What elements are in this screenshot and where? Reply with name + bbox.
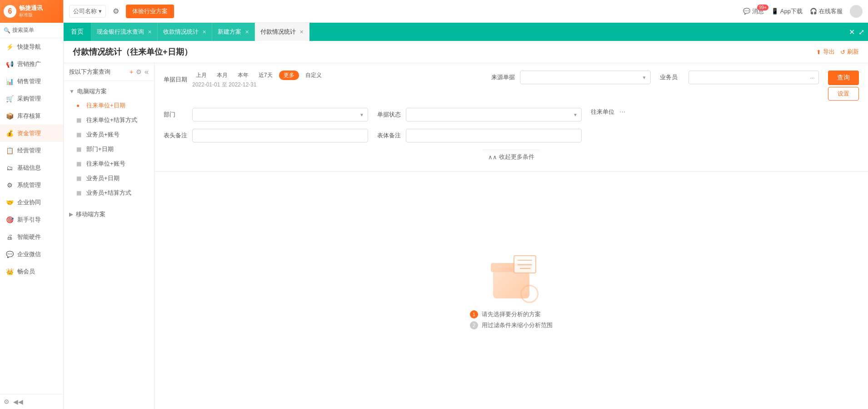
sidebar-item-capital[interactable]: 💰 资金管理 bbox=[0, 125, 63, 142]
panel-toolbar-label: 按以下方案查询 bbox=[69, 68, 110, 76]
sidebar-item-wechat[interactable]: 💬 企业微信 bbox=[0, 246, 63, 263]
export-btn[interactable]: ⬆ 导出 bbox=[816, 48, 835, 56]
capital-icon: 💰 bbox=[5, 129, 14, 137]
dept-select[interactable]: ▼ bbox=[192, 108, 368, 121]
scheme-label: 往来单位+结算方式 bbox=[86, 116, 137, 124]
scheme-item-unit-date[interactable]: ● 往来单位+日期 bbox=[64, 98, 154, 113]
tab-bank-flow[interactable]: 现金银行流水查询 ✕ bbox=[91, 23, 158, 41]
chevron-down-icon: ▾ bbox=[99, 8, 102, 15]
export-label: 导出 bbox=[823, 48, 835, 56]
tab-new-plan[interactable]: 新建方案 ✕ bbox=[212, 23, 255, 41]
search-icon: 🔍 bbox=[4, 27, 10, 34]
empty-step-1-row: 1 请先选择要分析的方案 bbox=[470, 310, 553, 318]
pc-group-header[interactable]: ▼ 电脑端方案 bbox=[64, 85, 154, 98]
scheme-item-staff-date[interactable]: ▦ 业务员+日期 bbox=[64, 171, 154, 186]
scheme-label: 业务员+账号 bbox=[86, 131, 120, 139]
header-settings-btn[interactable]: ⚙ bbox=[110, 5, 122, 18]
filter-dept-item: 部门 ▼ bbox=[164, 108, 368, 121]
head-notes-input[interactable] bbox=[192, 129, 368, 142]
mobile-group-header[interactable]: ▶ 移动端方案 bbox=[64, 207, 154, 221]
ellipsis-icon: ··· bbox=[810, 74, 815, 81]
online-service-btn[interactable]: 🎧 在线客服 bbox=[810, 7, 843, 15]
source-label: 来源单据 bbox=[491, 73, 516, 81]
scheme-item-staff-settle[interactable]: ▦ 业务员+结算方式 bbox=[64, 186, 154, 200]
guide-icon: 🎯 bbox=[5, 216, 14, 224]
message-btn[interactable]: 💬 消息 99+ bbox=[743, 7, 764, 15]
top-header: 公司名称 ▾ ⚙ 体验行业方案 💬 消息 99+ 📱 App下载 🎧 在线客服 bbox=[64, 0, 868, 23]
scheme-item-staff-account[interactable]: ▦ 业务员+账号 bbox=[64, 127, 154, 142]
company-selector[interactable]: 公司名称 ▾ bbox=[69, 5, 106, 18]
related-unit-ellipsis[interactable]: ··· bbox=[619, 108, 625, 116]
scheme-item-unit-account[interactable]: ▦ 往来单位+账号 bbox=[64, 157, 154, 171]
app-icon: 📱 bbox=[771, 8, 778, 15]
sidebar-item-label: 系统管理 bbox=[17, 181, 41, 189]
sidebar-item-inventory[interactable]: 📦 库存核算 bbox=[0, 107, 63, 125]
tab-close-icon[interactable]: ✕ bbox=[148, 29, 152, 35]
staff-select[interactable]: ··· bbox=[688, 71, 819, 84]
tab-expand-btn[interactable]: ⤢ bbox=[858, 28, 864, 36]
scheme-item-unit-settle[interactable]: ▦ 往来单位+结算方式 bbox=[64, 113, 154, 127]
collapse-sidebar-btn[interactable]: ◀◀ bbox=[13, 398, 23, 405]
voucher-status-select[interactable]: ▼ bbox=[406, 108, 582, 121]
app-download-label: App下载 bbox=[780, 7, 803, 15]
date-last-month-btn[interactable]: 上月 bbox=[192, 71, 210, 80]
scheme-label: 往来单位+账号 bbox=[86, 160, 125, 168]
sidebar-item-hardware[interactable]: 🖨 智能硬件 bbox=[0, 228, 63, 246]
sidebar-item-marketing[interactable]: 📢 营销推广 bbox=[0, 56, 63, 73]
sidebar-item-vip[interactable]: 👑 畅会员 bbox=[0, 263, 63, 280]
tab-close-icon[interactable]: ✕ bbox=[202, 29, 206, 35]
sidebar-item-guide[interactable]: 🎯 新手引导 bbox=[0, 211, 63, 228]
sidebar-header: 6 畅捷通讯 标准版 bbox=[0, 0, 63, 23]
step2-text: 用过滤条件来缩小分析范围 bbox=[482, 321, 553, 329]
body-notes-input[interactable] bbox=[406, 129, 582, 142]
sidebar-item-quick-nav[interactable]: ⚡ 快捷导航 bbox=[0, 38, 63, 56]
tab-receivable[interactable]: 收款情况统计 ✕ bbox=[158, 23, 212, 41]
sidebar-item-system[interactable]: ⚙ 系统管理 bbox=[0, 177, 63, 194]
sidebar: 6 畅捷通讯 标准版 🔍 搜索菜单 ⚡ 快捷导航 📢 营销推广 📊 销售管理 🛒… bbox=[0, 0, 64, 409]
source-select[interactable]: ▼ bbox=[520, 71, 651, 84]
date-more-btn[interactable]: 更多 bbox=[279, 71, 299, 80]
tab-close-icon[interactable]: ✕ bbox=[299, 29, 304, 35]
sidebar-item-operation[interactable]: 📋 经营管理 bbox=[0, 142, 63, 159]
collapse-btn[interactable]: ∧∧ 收起更多条件 bbox=[483, 150, 540, 164]
wechat-icon: 💬 bbox=[5, 250, 14, 258]
app-download-btn[interactable]: 📱 App下载 bbox=[771, 7, 803, 15]
collapse-arrow-icon: ∧∧ bbox=[488, 154, 497, 161]
scheme-group-pc: ▼ 电脑端方案 ● 往来单位+日期 ▦ 往来单位+结算方式 ▦ 业务员+账号 bbox=[64, 81, 154, 204]
filter-related-unit-item: 往来单位 ··· bbox=[591, 108, 795, 116]
date-range-text: 2022-01-01 至 2022-12-31 bbox=[192, 81, 325, 89]
filter-row-2: 部门 ▼ 单据状态 ▼ bbox=[164, 108, 859, 121]
refresh-btn[interactable]: ↺ 刷新 bbox=[840, 48, 859, 56]
tab-close-all-btn[interactable]: ✕ bbox=[849, 28, 855, 36]
sidebar-item-base-info[interactable]: 🗂 基础信息 bbox=[0, 159, 63, 177]
filter-dates: 上月 本月 本年 近7天 更多 自定义 bbox=[192, 71, 325, 80]
tab-home[interactable]: 首页 bbox=[64, 23, 91, 41]
query-button[interactable]: 查询 bbox=[828, 71, 859, 85]
scheme-item-dept-date[interactable]: ▦ 部门+日期 bbox=[64, 142, 154, 157]
user-avatar[interactable] bbox=[850, 5, 863, 18]
date-this-year-btn[interactable]: 本年 bbox=[234, 71, 252, 80]
add-scheme-btn[interactable]: + bbox=[130, 68, 133, 76]
staff-label: 业务员 bbox=[660, 73, 685, 81]
sidebar-item-purchase[interactable]: 🛒 采购管理 bbox=[0, 90, 63, 107]
date-this-month-btn[interactable]: 本月 bbox=[213, 71, 231, 80]
scheme-settings-btn[interactable]: ⚙ bbox=[136, 68, 142, 76]
logo-sub: 标准版 bbox=[19, 12, 43, 18]
sidebar-item-enterprise[interactable]: 🤝 企业协同 bbox=[0, 194, 63, 211]
trial-button[interactable]: 体验行业方案 bbox=[126, 5, 174, 18]
vip-icon: 👑 bbox=[5, 268, 14, 276]
sidebar-item-label: 资金管理 bbox=[17, 129, 41, 137]
message-badge: 99+ bbox=[757, 5, 768, 10]
settings-footer-btn[interactable]: ⚙ bbox=[4, 398, 10, 405]
panel-collapse-btn[interactable]: « bbox=[145, 68, 149, 76]
scheme-label: 往来单位+日期 bbox=[86, 101, 125, 110]
filter-settings-button[interactable]: 设置 bbox=[828, 87, 859, 101]
refresh-label: 刷新 bbox=[847, 48, 859, 56]
tab-close-icon[interactable]: ✕ bbox=[245, 29, 249, 35]
sidebar-search[interactable]: 🔍 搜索菜单 bbox=[0, 23, 63, 38]
tab-payment[interactable]: 付款情况统计 ✕ bbox=[255, 23, 309, 41]
home-label: 首页 bbox=[71, 28, 84, 36]
sidebar-item-sales[interactable]: 📊 销售管理 bbox=[0, 73, 63, 90]
date-custom-btn[interactable]: 自定义 bbox=[302, 71, 325, 80]
date-last7-btn[interactable]: 近7天 bbox=[255, 71, 276, 80]
